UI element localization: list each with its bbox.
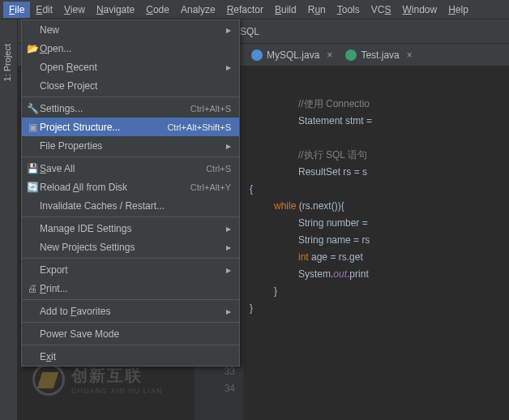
menu-item-save-all[interactable]: 💾Save AllCtrl+S: [22, 159, 239, 178]
chevron-right-icon: ▸: [226, 242, 231, 253]
close-icon[interactable]: ×: [407, 49, 413, 61]
code-comment: //使用 Connectio: [298, 98, 370, 109]
chevron-right-icon: ▸: [226, 24, 231, 36]
project-tool-button[interactable]: 1: Project: [2, 44, 12, 81]
menu-item-close-project[interactable]: Close Project: [22, 76, 239, 95]
menu-item-print[interactable]: 🖨Print...: [22, 279, 239, 298]
menu-item-label: Open...: [40, 43, 231, 54]
watermark-text-big: 创新互联: [71, 365, 163, 387]
menu-separator: [22, 322, 239, 323]
class-icon: [345, 49, 357, 61]
class-icon: [251, 49, 263, 61]
menu-item-invalidate-caches-restart[interactable]: Invalidate Caches / Restart...: [22, 196, 239, 215]
menu-item-label: Print...: [40, 283, 231, 294]
menubar: FileEditViewNavigateCodeAnalyzeRefactorB…: [0, 0, 509, 19]
menu-item-label: Power Save Mode: [40, 328, 231, 340]
menu-run[interactable]: Run: [302, 2, 331, 18]
menu-item-add-to-favorites[interactable]: Add to Favorites▸: [22, 302, 239, 320]
menu-item-label: Open Recent: [40, 62, 226, 73]
menu-item-icon: 🖨: [25, 283, 40, 294]
menu-item-icon: ▣: [25, 122, 40, 133]
chevron-right-icon: ▸: [226, 223, 231, 234]
menu-separator: [22, 96, 239, 97]
menu-help[interactable]: Help: [443, 2, 474, 18]
menu-item-export[interactable]: Export▸: [22, 260, 239, 279]
menu-item-power-save-mode[interactable]: Power Save Mode: [22, 324, 239, 343]
menu-item-new-projects-settings[interactable]: New Projects Settings▸: [22, 238, 239, 256]
tab-label: Test.java: [361, 49, 399, 61]
menu-item-label: Project Structure...: [40, 122, 167, 133]
menu-item-settings[interactable]: 🔧Settings...Ctrl+Alt+S: [22, 99, 239, 118]
menu-analyze[interactable]: Analyze: [175, 2, 221, 18]
menu-tools[interactable]: Tools: [331, 2, 366, 18]
menu-item-shortcut: Ctrl+Alt+Shift+S: [167, 122, 231, 132]
close-icon[interactable]: ×: [327, 49, 332, 61]
menu-item-open-recent[interactable]: Open Recent▸: [22, 58, 239, 76]
menu-item-label: Exit: [40, 351, 231, 362]
menu-item-label: Settings...: [40, 103, 190, 114]
menu-item-shortcut: Ctrl+Alt+Y: [190, 182, 231, 192]
menu-item-label: Reload All from Disk: [40, 182, 190, 193]
menu-separator: [22, 156, 239, 157]
code-brace: }: [250, 302, 253, 314]
menu-window[interactable]: Window: [396, 2, 443, 18]
editor-tab[interactable]: MySQL.java×: [245, 46, 339, 64]
code-line: Statement stmt =: [298, 115, 372, 126]
menu-item-exit[interactable]: Exit: [22, 347, 239, 366]
menu-view[interactable]: View: [58, 2, 91, 18]
menu-item-manage-ide-settings[interactable]: Manage IDE Settings▸: [22, 219, 239, 238]
code-line: String number =: [298, 217, 368, 229]
watermark-text-small: CHUANG XIN HU LIAN: [71, 387, 163, 395]
menu-navigate[interactable]: Navigate: [91, 2, 140, 18]
line-number: 34: [195, 380, 243, 397]
chevron-right-icon: ▸: [226, 264, 231, 276]
menu-item-new[interactable]: New▸: [22, 20, 239, 39]
menu-refactor[interactable]: Refactor: [221, 2, 269, 18]
menu-item-shortcut: Ctrl+Alt+S: [190, 104, 231, 114]
code-brace: }: [274, 285, 277, 297]
code-line: (rs.next()){: [296, 200, 344, 212]
code-keyword: while: [274, 200, 296, 212]
menu-separator: [22, 345, 239, 345]
code-comment: //执行 SQL 语句: [298, 149, 367, 161]
menu-item-icon: 💾: [25, 163, 40, 174]
menu-edit[interactable]: Edit: [30, 2, 58, 18]
chevron-right-icon: ▸: [226, 306, 231, 317]
code-line: age = rs.get: [309, 251, 363, 263]
chevron-right-icon: ▸: [226, 62, 231, 73]
code-line: ResultSet rs = s: [298, 166, 367, 178]
tab-label: MySQL.java: [267, 49, 319, 61]
menu-item-label: Export: [40, 264, 226, 276]
tool-window-stripe: 1: Project: [0, 19, 18, 420]
menu-code[interactable]: Code: [140, 2, 175, 18]
file-menu-popup: New▸📂Open...Open Recent▸Close Project🔧Se…: [21, 19, 240, 366]
menu-file[interactable]: File: [3, 2, 30, 18]
menu-item-shortcut: Ctrl+S: [206, 164, 231, 174]
menu-item-open[interactable]: 📂Open...: [22, 39, 239, 58]
menu-separator: [22, 299, 239, 300]
menu-item-label: Add to Favorites: [40, 306, 226, 317]
toolbar-text: SQL: [240, 26, 259, 37]
menu-item-icon: 🔄: [25, 182, 40, 193]
menu-item-label: Save All: [40, 163, 206, 174]
menu-item-project-structure[interactable]: ▣Project Structure...Ctrl+Alt+Shift+S: [22, 118, 239, 136]
menu-item-label: Close Project: [40, 80, 231, 92]
watermark-logo: 创新互联 CHUANG XIN HU LIAN: [32, 363, 163, 396]
menu-item-label: New Projects Settings: [40, 242, 226, 253]
menu-item-label: File Properties: [40, 140, 226, 152]
menu-item-icon: 🔧: [25, 103, 40, 114]
code-line: System.: [298, 268, 333, 280]
code-keyword: int: [298, 251, 309, 263]
menu-item-label: New: [40, 24, 226, 36]
menu-item-reload-all-from-disk[interactable]: 🔄Reload All from DiskCtrl+Alt+Y: [22, 178, 239, 196]
menu-separator: [22, 258, 239, 259]
menu-separator: [22, 216, 239, 217]
code-line: String name = rs: [298, 234, 370, 246]
editor-tab[interactable]: Test.java×: [339, 46, 418, 64]
watermark-icon: [32, 363, 65, 396]
code-editor[interactable]: //使用 Connectio Statement stmt = //执行 SQL…: [243, 66, 509, 420]
menu-item-file-properties[interactable]: File Properties▸: [22, 136, 239, 155]
menu-build[interactable]: Build: [269, 2, 302, 18]
code-static: out: [333, 268, 347, 280]
menu-vcs[interactable]: VCS: [366, 2, 397, 18]
